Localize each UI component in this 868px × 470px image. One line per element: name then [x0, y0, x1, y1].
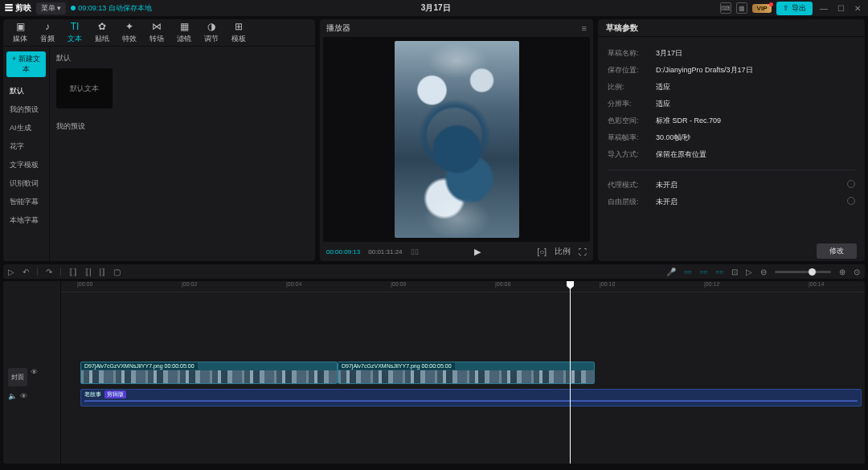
redo-icon[interactable]: ↷	[46, 268, 52, 276]
zoom-slider[interactable]	[775, 271, 831, 273]
prop-key-import: 导入方式:	[608, 149, 656, 160]
prop-val-proxy: 未开启	[656, 180, 842, 190]
shortcut-icon[interactable]: ⌨	[720, 2, 731, 14]
layer-toggle[interactable]	[847, 197, 855, 205]
close-icon[interactable]: ✕	[852, 4, 863, 13]
modify-button[interactable]: 修改	[817, 243, 857, 259]
volume-bars-icon[interactable]: ▯▯	[411, 247, 419, 255]
video-clip-2[interactable]: D97jAlv7cGzVXMNsJilYY7.png 00:00:05:00	[338, 362, 595, 384]
cut-right-icon[interactable]: |⟧	[100, 268, 106, 276]
audio-clip[interactable]: 老故事剪辑版	[80, 389, 862, 407]
video-preview	[395, 41, 519, 238]
text-content: 默认 默认文本 我的预设	[50, 47, 315, 261]
tab-transition[interactable]: ⋈转场	[143, 19, 170, 46]
subnav-ai[interactable]: AI生成	[3, 119, 49, 137]
zoom-in-icon[interactable]: ⊕	[839, 268, 845, 276]
preview-area[interactable]	[323, 37, 590, 242]
effect-icon: ✦	[125, 21, 133, 32]
zoom-fit-icon[interactable]: ⊙	[854, 268, 860, 276]
media-icon: ▣	[16, 21, 25, 32]
preview-render-icon[interactable]: ▷	[746, 268, 752, 276]
video-clip-1[interactable]: D97jAlv7cGzVXMNsJilYY7.png 00:00:05:00	[80, 362, 338, 384]
tab-text[interactable]: TI文本	[61, 19, 88, 46]
proxy-toggle[interactable]	[847, 180, 855, 188]
assets-panel: ▣媒体 ♪音频 TI文本 ✿贴纸 ✦特效 ⋈转场 ▦滤镜 ◑调节 ⊞模板 + 新…	[3, 19, 315, 261]
text-subnav: + 新建文本 默认 我的预设 AI生成 花字 文字模板 识别歌词 智能字幕 本地…	[3, 47, 50, 261]
section-presets: 我的预设	[56, 121, 309, 132]
subnav-fancy[interactable]: 花字	[3, 137, 49, 156]
prop-key-res: 分辨率:	[608, 99, 656, 109]
tab-sticker[interactable]: ✿贴纸	[88, 19, 116, 46]
fullscreen-icon[interactable]: ⛶	[579, 247, 587, 256]
subnav-lyrics[interactable]: 识别歌词	[3, 174, 49, 193]
cover-button[interactable]: 封面	[8, 368, 27, 386]
minimize-icon[interactable]: —	[817, 4, 830, 13]
link-3[interactable]: ○○	[715, 268, 723, 276]
current-time: 00:00:09:13	[326, 248, 360, 255]
zoom-out-icon[interactable]: ⊖	[760, 268, 767, 276]
template-icon: ⊞	[235, 21, 243, 32]
section-default: 默认	[56, 53, 309, 63]
prop-key-ratio: 比例:	[608, 82, 656, 92]
undo-icon[interactable]: ↶	[23, 268, 29, 276]
snap-icon[interactable]: ⊡	[731, 268, 738, 276]
vip-badge[interactable]: VIP	[752, 4, 772, 13]
tab-template[interactable]: ⊞模板	[225, 19, 252, 46]
pointer-tool[interactable]: ▷	[8, 268, 14, 276]
time-ruler[interactable]: |00:00 |00:02 |00:04 |00:06 |00:08 |00:1…	[61, 281, 865, 292]
subnav-template[interactable]: 文字模板	[3, 156, 49, 174]
ratio-button[interactable]: 比例	[555, 246, 571, 257]
prop-val-name: 3月17日	[656, 48, 855, 59]
new-text-button[interactable]: + 新建文本	[6, 51, 46, 77]
tab-effect[interactable]: ✦特效	[116, 19, 143, 46]
menu-dropdown[interactable]: 菜单 ▾	[36, 2, 67, 14]
player-title: 播放器	[326, 22, 350, 34]
audio-track: 老故事剪辑版	[61, 389, 865, 407]
link-1[interactable]: ○○	[684, 268, 692, 276]
subnav-default[interactable]: 默认	[3, 82, 49, 100]
hide-icon[interactable]: 👁	[31, 368, 38, 376]
project-title: 3月17日	[158, 2, 714, 14]
prop-key-path: 保存位置:	[608, 65, 656, 76]
audio-mute-icon[interactable]: 🔈	[8, 392, 17, 400]
tab-filter[interactable]: ▦滤镜	[170, 19, 198, 46]
cut-left-icon[interactable]: ⟦|	[85, 268, 92, 276]
export-button[interactable]: ⇧ 导出	[776, 2, 813, 15]
default-text-thumb[interactable]: 默认文本	[56, 68, 113, 108]
timeline-toolbar: ▷ ↶ ↷ ⟦⟧ ⟦| |⟧ ▢ 🎤 ○○ ○○ ○○ ⊡ ▷ ⊖ ⊕ ⊙	[3, 264, 865, 279]
tab-adjust[interactable]: ◑调节	[198, 19, 225, 46]
layout-icon[interactable]: ▦	[736, 2, 747, 14]
prop-val-res: 适应	[656, 99, 855, 109]
app-logo: ☰ 剪映	[5, 2, 31, 14]
prop-val-fps: 30.00帧/秒	[656, 133, 855, 143]
split-tool[interactable]: ⟦⟧	[69, 268, 77, 276]
tab-audio[interactable]: ♪音频	[34, 19, 61, 46]
maximize-icon[interactable]: ☐	[835, 4, 847, 13]
player-panel: 播放器 ≡ 00:00:09:13 00:01:31:24 ▯▯ ▶ [○] 比…	[320, 19, 593, 261]
timeline-main: ▢ 🔈 👁 封面 🔈 👁 |00:00 |00:02 |00:04 |00:06…	[3, 281, 865, 464]
timeline-tracks[interactable]: |00:00 |00:02 |00:04 |00:06 |00:08 |00:1…	[61, 281, 865, 464]
prop-val-import: 保留在原有位置	[656, 149, 855, 160]
subnav-local[interactable]: 本地字幕	[3, 211, 49, 230]
mic-icon[interactable]: 🎤	[666, 268, 676, 276]
autosave-status: 09:09:13 自动保存本地	[71, 3, 152, 14]
video-track: D97jAlv7cGzVXMNsJilYY7.png 00:00:05:00 D…	[61, 362, 865, 384]
prop-val-color: 标准 SDR - Rec.709	[656, 116, 855, 126]
tab-media[interactable]: ▣媒体	[6, 19, 34, 46]
subnav-captions[interactable]: 智能字幕	[3, 193, 49, 211]
subnav-presets[interactable]: 我的预设	[3, 100, 49, 119]
play-button[interactable]: ▶	[427, 247, 530, 257]
asset-tabs: ▣媒体 ♪音频 TI文本 ✿贴纸 ✦特效 ⋈转场 ▦滤镜 ◑调节 ⊞模板	[3, 19, 315, 47]
titlebar: ☰ 剪映 菜单 ▾ 09:09:13 自动保存本地 3月17日 ⌨ ▦ VIP …	[0, 0, 868, 16]
playhead[interactable]	[570, 281, 571, 464]
delete-icon[interactable]: ▢	[113, 268, 121, 276]
clip2-label: D97jAlv7cGzVXMNsJilYY7.png 00:00:05:00	[338, 362, 455, 370]
audio-hide-icon[interactable]: 👁	[20, 392, 27, 400]
prop-key-name: 草稿名称:	[608, 48, 656, 59]
player-menu-icon[interactable]: ≡	[582, 23, 587, 33]
link-2[interactable]: ○○	[700, 268, 708, 276]
filter-icon: ▦	[180, 21, 189, 32]
timeline-gutter: ▢ 🔈 👁 封面 🔈 👁	[3, 281, 61, 464]
scale-icon[interactable]: [○]	[537, 247, 547, 256]
transition-icon: ⋈	[152, 21, 162, 32]
